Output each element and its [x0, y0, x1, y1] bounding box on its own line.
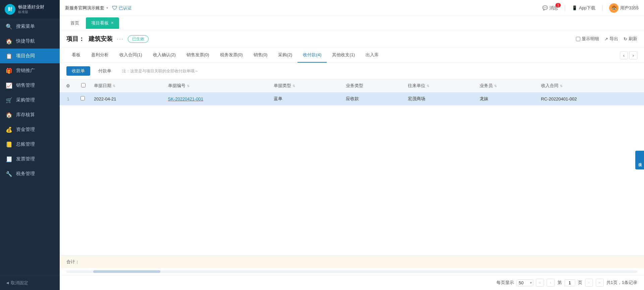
sidebar-item-label: 营销推广 — [16, 68, 35, 74]
total-label: 合计： — [66, 259, 79, 265]
sidebar-item-tax[interactable]: 🔧 税务管理 — [0, 166, 60, 181]
sidebar-item-label: 资金管理 — [16, 127, 35, 133]
close-icon[interactable]: ✕ — [111, 21, 114, 25]
sub-nav-sales-invoice[interactable]: 销售发票(0) — [181, 48, 215, 63]
table-footer: 合计： — [60, 255, 644, 268]
row-biz-type: 应收款 — [342, 92, 404, 105]
partner-column-header[interactable]: 往来单位 ⇅ — [404, 79, 476, 92]
project-name: 建筑安装 — [89, 35, 113, 43]
close-window-button[interactable]: ✕ — [623, 4, 629, 10]
sub-nav-next-button[interactable]: › — [629, 51, 637, 59]
sidebar-item-sales[interactable]: 📈 销售管理 — [0, 78, 60, 93]
divider — [602, 5, 602, 11]
sidebar-item-inventory[interactable]: 🏠 库存核算 — [0, 107, 60, 122]
row-code[interactable]: SK-20220421-001 — [164, 92, 270, 105]
refresh-icon: ↻ — [624, 37, 627, 42]
feedback-button[interactable]: 反馈 — [635, 151, 644, 169]
sub-nav-receipts[interactable]: 收付款(4) — [298, 48, 327, 63]
row-select-checkbox[interactable] — [80, 96, 85, 100]
sales-icon: 📈 — [5, 82, 13, 89]
sub-nav-sales[interactable]: 销售(0) — [248, 48, 273, 63]
sidebar-item-marketing[interactable]: 🎁 营销推广 — [0, 63, 60, 78]
account-name: 新服务官网演示账套 — [65, 5, 104, 11]
divider — [565, 5, 565, 11]
type-column-header[interactable]: 单据类型 ⇅ — [270, 79, 341, 92]
sort-icon: ⇅ — [292, 84, 295, 88]
purchase-icon: 🛒 — [5, 96, 13, 104]
topbar: 新服务官网演示账套 ▾ 🛡 已认证 💬 消息 1 📱 App下载 🐯 用 — [60, 0, 644, 16]
sub-nav-other-expense[interactable]: 其他收支(1) — [327, 48, 360, 63]
messages-badge: 1 — [555, 3, 561, 7]
export-button[interactable]: ↗ 导出 — [604, 36, 618, 42]
messages-button[interactable]: 💬 消息 1 — [542, 5, 558, 11]
income-contract-column-header[interactable]: 收入合同 ⇅ — [537, 79, 644, 92]
sort-icon: ⇅ — [113, 84, 115, 88]
sub-nav-purchase[interactable]: 采购(2) — [273, 48, 298, 63]
sidebar-item-ledger[interactable]: 📒 总账管理 — [0, 137, 60, 152]
select-all-checkbox[interactable] — [81, 83, 86, 87]
sidebar-item-funds[interactable]: 💰 资金管理 — [0, 122, 60, 137]
sub-nav-income-contract[interactable]: 收入合同(1) — [114, 48, 148, 63]
current-page-input[interactable] — [565, 279, 575, 286]
search-icon: 🔍 — [5, 23, 13, 30]
sidebar-item-invoice[interactable]: 🧾 发票管理 — [0, 152, 60, 166]
row-date: 2022-04-21 — [90, 92, 164, 105]
per-page-label: 每页显示 — [496, 280, 514, 286]
row-type: 蓝单 — [270, 92, 341, 105]
avatar: 🐯 — [609, 3, 619, 13]
horizontal-scrollbar[interactable] — [60, 268, 644, 275]
last-page-button[interactable]: » — [596, 279, 604, 287]
settings-column-header[interactable]: ⚙ — [60, 79, 76, 92]
row-checkbox[interactable] — [76, 92, 90, 105]
project-actions: 显示明细 ↗ 导出 ↻ 刷新 — [576, 36, 637, 42]
payment-tab-button[interactable]: 付款单 — [93, 66, 117, 76]
sub-nav-tax-invoice[interactable]: 税务发票(0) — [215, 48, 248, 63]
refresh-button[interactable]: ↻ 刷新 — [624, 36, 637, 42]
collection-tab-button[interactable]: 收款单 — [66, 66, 90, 76]
per-page-select[interactable]: 50 100 200 — [517, 279, 533, 286]
main-area: 新服务官网演示账套 ▾ 🛡 已认证 💬 消息 1 📱 App下载 🐯 用 — [60, 0, 644, 290]
code-column-header[interactable]: 单据编号 ⇅ — [164, 79, 270, 92]
row-income-contract: RC-20220401-002 — [537, 92, 644, 105]
certified-label: 已认证 — [119, 5, 132, 11]
show-detail-checkbox[interactable]: 显示明细 — [576, 36, 599, 42]
sidebar-unpin-button[interactable]: ◄ 取消固定 — [0, 276, 60, 290]
prev-page-button[interactable]: ‹ — [547, 279, 555, 287]
scrollbar-thumb[interactable] — [93, 270, 160, 273]
table-row: 1 2022-04-21 SK-20220421-001 蓝单 应收款 宏茂商场… — [60, 92, 644, 105]
sub-nav-prev-button[interactable]: ‹ — [620, 51, 628, 59]
date-column-header[interactable]: 单据日期 ⇅ — [90, 79, 164, 92]
message-icon: 💬 — [542, 5, 548, 10]
tab-project-board[interactable]: 项目看板 ✕ — [86, 17, 119, 29]
sub-nav-income-confirm[interactable]: 收入确认(2) — [148, 48, 181, 63]
sub-nav-warehouse[interactable]: 出入库 — [360, 48, 384, 63]
sidebar-nav: 🔍 搜索菜单 🏠 快捷导航 📋 项目合同 🎁 营销推广 📈 销售管理 🛒 采购管… — [0, 19, 60, 276]
sidebar-item-label: 库存核算 — [16, 112, 35, 118]
next-page-button[interactable]: › — [585, 279, 593, 287]
scrollbar-track[interactable] — [66, 270, 637, 273]
invoice-icon: 🧾 — [5, 155, 13, 163]
sub-nav-profit[interactable]: 盈利分析 — [86, 48, 114, 63]
first-page-button[interactable]: « — [536, 279, 544, 287]
sidebar-item-quicknav[interactable]: 🏠 快捷导航 — [0, 34, 60, 49]
show-detail-input[interactable] — [576, 37, 580, 41]
tab-home[interactable]: 首页 — [65, 17, 85, 29]
sidebar-item-label: 总账管理 — [16, 141, 35, 147]
maximize-window-button[interactable]: ⛶ — [632, 4, 639, 10]
row-code-link[interactable]: SK-20220421-001 — [168, 96, 204, 101]
sub-nav-kanban[interactable]: 看板 — [66, 48, 86, 63]
biz-type-column-header: 业务类型 — [342, 79, 404, 92]
app-download-button[interactable]: 📱 App下载 — [572, 5, 595, 11]
topbar-left: 新服务官网演示账套 ▾ 🛡 已认证 — [65, 5, 132, 11]
sidebar-item-contract[interactable]: 📋 项目合同 — [0, 49, 60, 63]
sidebar-item-search[interactable]: 🔍 搜索菜单 — [0, 19, 60, 34]
content-area: 项目： 建筑安装 ··· 已生效 显示明细 ↗ 导出 ↻ 刷新 — [60, 30, 644, 290]
more-options-icon[interactable]: ··· — [117, 35, 124, 43]
sort-icon: ⇅ — [187, 84, 190, 88]
app-title: 畅捷通好业财 — [18, 4, 44, 10]
tab-home-label: 首页 — [70, 20, 79, 26]
per-page-select-wrapper[interactable]: 50 100 200 — [517, 279, 533, 286]
account-selector[interactable]: 新服务官网演示账套 ▾ — [65, 5, 108, 11]
salesperson-column-header[interactable]: 业务员 ⇅ — [476, 79, 537, 92]
sidebar-item-purchase[interactable]: 🛒 采购管理 — [0, 93, 60, 107]
